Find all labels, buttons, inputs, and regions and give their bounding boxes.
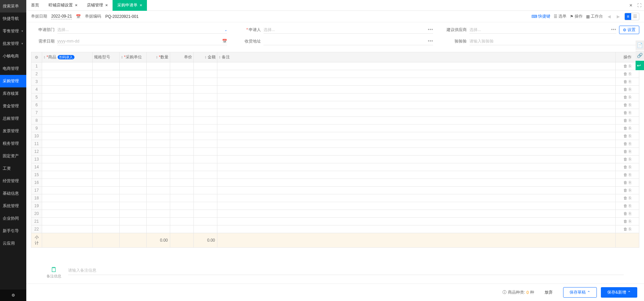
settings-button[interactable]: ⚙设置 bbox=[619, 26, 639, 34]
sidebar-item-7[interactable]: 库存核算 bbox=[0, 87, 26, 100]
sidebar-item-12[interactable]: 固定资产 bbox=[0, 150, 26, 162]
table-row[interactable]: 4🗑⎘ bbox=[31, 86, 639, 93]
copy-icon[interactable]: ⎘ bbox=[629, 165, 631, 169]
delete-icon[interactable]: 🗑 bbox=[623, 172, 627, 177]
edge-tool-3[interactable]: ↩ bbox=[636, 61, 644, 70]
copy-icon[interactable]: ⎘ bbox=[629, 180, 631, 185]
table-row[interactable]: 10🗑⎘ bbox=[31, 132, 639, 140]
copy-icon[interactable]: ⎘ bbox=[629, 227, 631, 231]
close-icon[interactable]: ✕ bbox=[75, 3, 78, 7]
copy-icon[interactable]: ⎘ bbox=[629, 188, 631, 193]
delete-icon[interactable]: 🗑 bbox=[623, 134, 627, 138]
col-amount[interactable]: ▲▼金额 bbox=[194, 52, 217, 62]
table-row[interactable]: 1🗑⎘ bbox=[31, 62, 639, 70]
delete-icon[interactable]: 🗑 bbox=[623, 72, 627, 76]
more-icon[interactable]: ••• bbox=[611, 27, 616, 32]
tab-0[interactable]: 首页 bbox=[26, 0, 44, 11]
delete-icon[interactable]: 🗑 bbox=[623, 64, 627, 69]
delete-icon[interactable]: 🗑 bbox=[623, 157, 627, 162]
col-spec[interactable]: 规格型号 bbox=[93, 52, 120, 62]
demand-date-input[interactable] bbox=[57, 39, 222, 44]
table-row[interactable]: 7🗑⎘ bbox=[31, 109, 639, 117]
table-row[interactable]: 9🗑⎘ bbox=[31, 125, 639, 132]
view-compact-icon[interactable]: ≡ bbox=[625, 13, 631, 20]
discard-button[interactable]: 放弃 bbox=[538, 287, 559, 298]
save-new-button[interactable]: 保存&新增⌃ bbox=[601, 287, 637, 298]
operation-link[interactable]: ⚑操作 bbox=[570, 13, 583, 19]
table-row[interactable]: 12🗑⎘ bbox=[31, 148, 639, 156]
sidebar-item-1[interactable]: 快捷导航 bbox=[0, 12, 26, 25]
shortcut-link[interactable]: ⌨快捷键 bbox=[531, 13, 550, 19]
copy-icon[interactable]: ⎘ bbox=[629, 157, 631, 162]
table-row[interactable]: 6🗑⎘ bbox=[31, 101, 639, 109]
sidebar-item-13[interactable]: 工资 bbox=[0, 162, 26, 175]
tab-3[interactable]: 采购申请单✕ bbox=[113, 0, 147, 11]
col-settings[interactable]: ⚙ bbox=[31, 52, 42, 62]
table-row[interactable]: 17🗑⎘ bbox=[31, 187, 639, 194]
applicant-input[interactable] bbox=[264, 27, 428, 32]
save-draft-button[interactable]: 保存草稿⌃ bbox=[563, 287, 597, 298]
copy-icon[interactable]: ⎘ bbox=[629, 149, 631, 154]
sidebar-item-9[interactable]: 总账管理 bbox=[0, 112, 26, 125]
col-unit[interactable]: ▲▼*采购单位 bbox=[120, 52, 147, 62]
table-row[interactable]: 20🗑⎘ bbox=[31, 210, 639, 218]
copy-icon[interactable]: ⎘ bbox=[629, 103, 631, 107]
table-row[interactable]: 13🗑⎘ bbox=[31, 156, 639, 163]
table-row[interactable]: 11🗑⎘ bbox=[31, 140, 639, 148]
delete-icon[interactable]: 🗑 bbox=[623, 118, 627, 123]
more-icon[interactable]: ••• bbox=[428, 27, 433, 32]
delete-icon[interactable]: 🗑 bbox=[623, 165, 627, 169]
col-product[interactable]: ▲▼*商品扫码录入 bbox=[42, 52, 93, 62]
delete-icon[interactable]: 🗑 bbox=[623, 219, 627, 224]
delete-icon[interactable]: 🗑 bbox=[623, 149, 627, 154]
copy-icon[interactable]: ⎘ bbox=[629, 64, 631, 69]
delete-icon[interactable]: 🗑 bbox=[623, 103, 627, 107]
copy-icon[interactable]: ⎘ bbox=[629, 110, 631, 115]
delete-icon[interactable]: 🗑 bbox=[623, 227, 627, 231]
delete-icon[interactable]: 🗑 bbox=[623, 180, 627, 185]
table-row[interactable]: 2🗑⎘ bbox=[31, 70, 639, 78]
table-row[interactable]: 14🗑⎘ bbox=[31, 163, 639, 171]
copy-icon[interactable]: ⎘ bbox=[629, 118, 631, 123]
table-row[interactable]: 15🗑⎘ bbox=[31, 171, 639, 179]
sidebar-item-17[interactable]: 企业协同 bbox=[0, 212, 26, 225]
close-icon[interactable]: ✕ bbox=[140, 3, 142, 7]
tabs-close-all-icon[interactable]: ✕ bbox=[628, 2, 634, 9]
sidebar-item-8[interactable]: 资金管理 bbox=[0, 100, 26, 112]
inspection-input[interactable] bbox=[469, 39, 637, 44]
scan-badge[interactable]: 扫码录入 bbox=[58, 55, 74, 59]
sidebar-item-0[interactable]: 搜索菜单 bbox=[0, 0, 26, 12]
sidebar-item-14[interactable]: 经营管理 bbox=[0, 175, 26, 187]
delete-icon[interactable]: 🗑 bbox=[623, 110, 627, 115]
delete-icon[interactable]: 🗑 bbox=[623, 188, 627, 193]
sidebar-item-10[interactable]: 发票管理 bbox=[0, 125, 26, 137]
copy-icon[interactable]: ⎘ bbox=[629, 196, 631, 200]
table-row[interactable]: 22🗑⎘ bbox=[31, 225, 639, 233]
copy-icon[interactable]: ⎘ bbox=[629, 72, 631, 76]
address-input[interactable] bbox=[264, 39, 428, 44]
dept-input[interactable] bbox=[57, 27, 224, 32]
copy-icon[interactable]: ⎘ bbox=[629, 203, 631, 208]
sidebar-item-2[interactable]: 零售管理▼ bbox=[0, 25, 26, 37]
prev-icon[interactable]: ◀ bbox=[606, 14, 612, 19]
sidebar-item-15[interactable]: 基础信息 bbox=[0, 187, 26, 200]
delete-icon[interactable]: 🗑 bbox=[623, 203, 627, 208]
edge-tool-2[interactable]: 🔗 bbox=[636, 51, 644, 60]
col-qty[interactable]: ▲▼*数量 bbox=[147, 52, 170, 62]
sidebar-item-5[interactable]: 电商管理 bbox=[0, 62, 26, 75]
doc-date-value[interactable]: 2022-09-21 bbox=[51, 14, 72, 19]
edge-tool-1[interactable]: 📄 bbox=[636, 40, 644, 50]
calendar-icon[interactable]: 📅 bbox=[222, 39, 227, 44]
copy-icon[interactable]: ⎘ bbox=[629, 211, 631, 216]
supplier-input[interactable] bbox=[469, 27, 611, 32]
copy-icon[interactable]: ⎘ bbox=[629, 134, 631, 138]
delete-icon[interactable]: 🗑 bbox=[623, 211, 627, 216]
copy-icon[interactable]: ⎘ bbox=[629, 141, 631, 146]
calendar-icon[interactable]: 📅 bbox=[76, 14, 81, 19]
delete-icon[interactable]: 🗑 bbox=[623, 196, 627, 200]
sidebar-item-6[interactable]: 采购管理 bbox=[0, 75, 26, 87]
copy-icon[interactable]: ⎘ bbox=[629, 79, 631, 84]
sidebar-item-16[interactable]: 系统管理 bbox=[0, 200, 26, 212]
next-icon[interactable]: ▶ bbox=[615, 14, 621, 19]
delete-icon[interactable]: 🗑 bbox=[623, 95, 627, 100]
